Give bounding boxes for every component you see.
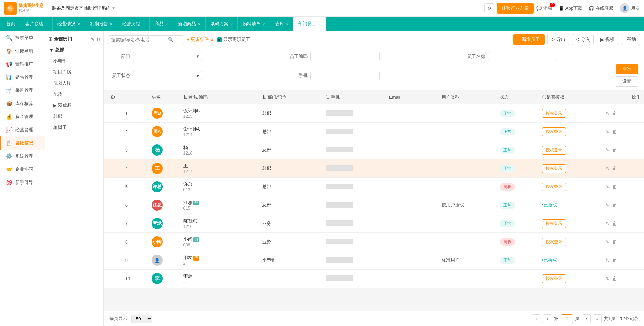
sidebar-item-search[interactable]: 🔍 搜索菜单	[0, 31, 45, 44]
th-phone[interactable]: ⇅ 手机	[322, 90, 386, 104]
sidebar-item-guide[interactable]: 🎯 新手引导	[0, 176, 45, 189]
page-size-select[interactable]: 50 100 200	[131, 315, 152, 323]
auth-login-button[interactable]: 授权登录	[542, 238, 566, 246]
close-icon[interactable]: ×	[318, 22, 320, 26]
edit-icon[interactable]: ✎	[605, 221, 609, 226]
phone-filter-input[interactable]	[310, 71, 380, 80]
collapse-icon[interactable]: ⟨⟩	[97, 37, 100, 42]
trial-button[interactable]: 体验行业方案	[497, 3, 534, 14]
edit-dept-icon[interactable]: ✎	[91, 37, 94, 42]
sidebar-item-finance[interactable]: 💰 资金管理	[0, 110, 45, 123]
tab-customer[interactable]: 客户联络 ×	[20, 17, 53, 31]
dept-item-shuanghu[interactable]: ▶ 双虎想	[45, 100, 103, 111]
export-button[interactable]: ↻ 导出	[547, 34, 569, 45]
search-input[interactable]	[111, 37, 166, 42]
auth-login-button[interactable]: 授权登录	[542, 164, 566, 173]
delete-icon[interactable]: 🗑	[612, 166, 617, 171]
messages-button[interactable]: 💬 消息 5	[536, 5, 552, 11]
edit-icon[interactable]: ✎	[605, 166, 609, 171]
search-button[interactable]: 查询	[616, 64, 638, 74]
close-icon[interactable]: ×	[263, 22, 265, 26]
next-page-button[interactable]: ›	[582, 314, 591, 323]
th-dept[interactable]: ⇅ 部门/职位	[259, 90, 322, 104]
close-icon[interactable]: ×	[110, 22, 112, 26]
tab-bom[interactable]: 物料清单 ×	[238, 17, 270, 31]
sidebar-item-sales[interactable]: 📊 销售管理	[0, 71, 45, 84]
help-button[interactable]: | 帮助	[621, 34, 640, 45]
prev-page-button[interactable]: ‹	[543, 314, 552, 323]
tab-barcode[interactable]: 条码方案 ×	[206, 17, 238, 31]
auth-login-button[interactable]: 授权登录	[542, 219, 566, 228]
delete-icon[interactable]: 🗑	[612, 111, 617, 116]
close-icon[interactable]: ×	[142, 22, 144, 26]
close-icon[interactable]: ×	[45, 22, 47, 26]
more-filter-button[interactable]: ▾ 更多条件 ▲	[187, 36, 215, 43]
user-button[interactable]: 👤 用友	[620, 3, 640, 13]
tab-new-goods[interactable]: 新增商品 ×	[173, 17, 205, 31]
tab-home[interactable]: 首页	[1, 17, 20, 31]
delete-icon[interactable]: 🗑	[612, 239, 617, 245]
close-icon[interactable]: ×	[78, 22, 80, 26]
close-icon[interactable]: ×	[230, 22, 233, 26]
empcode-filter-input[interactable]	[310, 52, 380, 61]
sidebar-item-mgmt[interactable]: 📈 经营管理	[0, 123, 45, 136]
delete-icon[interactable]: 🗑	[612, 257, 617, 263]
view-button[interactable]: ▶ 视频	[597, 34, 618, 45]
status-filter-select[interactable]: ▾	[133, 71, 202, 80]
first-page-button[interactable]: «	[532, 314, 541, 323]
sidebar-item-inventory[interactable]: 📦 库存核算	[0, 97, 45, 110]
delete-icon[interactable]: 🗑	[612, 202, 617, 208]
delete-icon[interactable]: 🗑	[612, 129, 617, 134]
auth-login-button[interactable]: 授权登录	[542, 146, 566, 155]
close-icon[interactable]: ×	[286, 22, 288, 26]
sidebar-item-collab[interactable]: 🤝 企业协同	[0, 163, 45, 176]
close-icon[interactable]: ×	[166, 22, 168, 26]
dept-filter-select[interactable]: ▾	[133, 52, 202, 61]
close-icon[interactable]: ×	[198, 22, 200, 26]
edit-icon[interactable]: ✎	[605, 147, 609, 153]
sidebar-item-basic[interactable]: 📋 基础信息	[0, 136, 45, 150]
th-settings[interactable]: ⚙	[104, 90, 122, 104]
delete-icon[interactable]: 🗑	[612, 276, 617, 281]
tab-dept-staff[interactable]: 部门员工 ×	[293, 17, 326, 31]
edit-icon[interactable]: ✎	[605, 257, 609, 263]
tab-warehouse[interactable]: 仓库 ×	[270, 17, 293, 31]
empname-filter-input[interactable]	[488, 52, 557, 61]
page-input[interactable]	[561, 314, 573, 323]
system-dropdown-icon[interactable]: ▾	[112, 6, 115, 11]
tab-profit[interactable]: 利润报告 ×	[85, 17, 117, 31]
auth-login-button[interactable]: 授权登录	[542, 127, 566, 136]
auth-login-button[interactable]: 授权登录	[542, 109, 566, 118]
edit-icon[interactable]: ✎	[605, 202, 609, 208]
edit-icon[interactable]: ✎	[605, 129, 609, 134]
tab-operation[interactable]: 经营情况 ×	[53, 17, 85, 31]
auth-login-button[interactable]: 授权登录	[542, 274, 566, 283]
dept-item-zhishu[interactable]: 植树王二	[45, 122, 103, 133]
add-employee-button[interactable]: + 新增员工	[513, 34, 544, 45]
tab-goods[interactable]: 商品 ×	[150, 17, 173, 31]
dept-item-project[interactable]: 项目库房	[45, 67, 103, 78]
edit-icon[interactable]: ✎	[605, 239, 609, 245]
delete-icon[interactable]: 🗑	[612, 221, 617, 226]
last-page-button[interactable]: »	[593, 314, 602, 323]
sidebar-item-purchase[interactable]: 🛒 采购管理	[0, 84, 45, 97]
import-button[interactable]: ↺ 导入	[572, 34, 594, 45]
delete-icon[interactable]: 🗑	[612, 147, 617, 153]
dept-item-zongbu[interactable]: 总部	[45, 111, 103, 122]
th-name[interactable]: ⇅ 姓名/编码	[180, 90, 259, 104]
delete-icon[interactable]: 🗑	[612, 184, 617, 190]
edit-icon[interactable]: ✎	[605, 111, 609, 116]
online-service-button[interactable]: 🎧 在线客服	[589, 5, 614, 11]
reset-button[interactable]: 设置	[615, 76, 638, 87]
edit-icon[interactable]: ✎	[605, 276, 609, 281]
dept-item-shenyang[interactable]: 沈阳大库	[45, 78, 103, 89]
settings-gear-icon[interactable]: ⚙	[110, 94, 115, 100]
search-input-wrap[interactable]: 🔍	[108, 35, 184, 44]
show-resigned-checkbox[interactable]	[217, 37, 222, 42]
tab-history[interactable]: 经营历程 ×	[117, 17, 149, 31]
sidebar-item-marketing[interactable]: 📢 营销推广	[0, 58, 45, 71]
sidebar-item-system[interactable]: ⚙️ 系统管理	[0, 150, 45, 163]
edit-icon[interactable]: ✎	[605, 184, 609, 190]
settings-button[interactable]: ⚙	[484, 3, 494, 13]
auth-login-button[interactable]: 授权登录	[542, 183, 566, 191]
